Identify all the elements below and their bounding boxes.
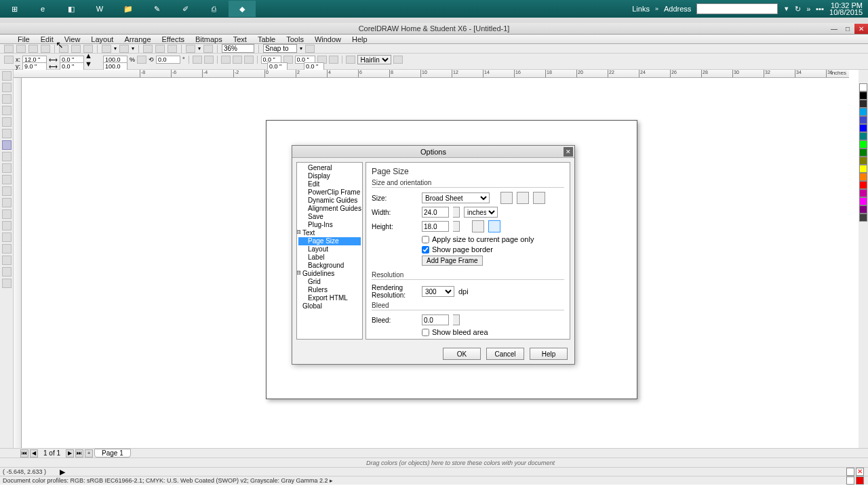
fill-tool-icon[interactable] — [2, 267, 12, 277]
ellipse-tool-icon[interactable] — [2, 152, 12, 161]
text-tool-icon[interactable] — [2, 186, 12, 196]
show-border-checkbox[interactable]: Show page border — [422, 245, 564, 253]
height-input[interactable] — [60, 62, 84, 70]
edit-preset-icon[interactable] — [517, 192, 529, 204]
menu-file[interactable]: File — [12, 35, 35, 43]
export-icon[interactable] — [155, 45, 165, 53]
refresh-icon[interactable] — [393, 56, 403, 64]
options-tree[interactable]: General Display Edit PowerClip Frame Dyn… — [296, 162, 363, 340]
document-palette[interactable]: Drag colors (or objects) here to store t… — [0, 458, 868, 467]
outline-tool-icon[interactable] — [2, 256, 12, 265]
tree-background[interactable]: Background — [298, 262, 361, 270]
color-swatch[interactable] — [859, 92, 867, 100]
fullscreen-icon[interactable] — [203, 45, 213, 53]
tree-save[interactable]: Save — [298, 213, 361, 221]
menu-text[interactable]: Text — [228, 35, 252, 43]
fill-swatch[interactable] — [846, 468, 854, 476]
tree-plugins[interactable]: Plug-Ins — [298, 221, 361, 229]
menu-view[interactable]: View — [59, 35, 86, 43]
options-icon[interactable] — [305, 45, 315, 53]
next-page-button[interactable]: ▶ — [66, 449, 74, 458]
menu-tools[interactable]: Tools — [281, 35, 309, 43]
color-swatch[interactable] — [859, 214, 867, 222]
menu-help[interactable]: Help — [347, 35, 373, 43]
smart-fill-tool-icon[interactable] — [2, 129, 12, 138]
folder-icon[interactable]: 📁 — [115, 1, 142, 17]
nudge2-icon[interactable] — [329, 56, 338, 64]
color-swatch[interactable] — [859, 100, 867, 108]
prev-page-button[interactable]: ◀ — [30, 449, 38, 458]
apply-current-checkbox[interactable]: Apply size to current page only — [422, 235, 564, 243]
menu-bitmaps[interactable]: Bitmaps — [190, 35, 228, 43]
clock[interactable]: 10:32 PM 10/8/2015 — [829, 2, 863, 16]
menu-edit[interactable]: Edit — [35, 35, 59, 43]
size-select[interactable]: Broad Sheet — [422, 192, 490, 203]
print-icon[interactable] — [41, 45, 50, 53]
basic-shapes-tool-icon[interactable] — [2, 175, 12, 184]
table-tool-icon[interactable] — [2, 198, 12, 207]
menu-layout[interactable]: Layout — [85, 35, 119, 43]
zoom-level-input[interactable] — [222, 44, 254, 53]
tree-label[interactable]: Label — [298, 253, 361, 262]
import-icon[interactable] — [143, 45, 153, 53]
add-page-frame-button[interactable]: Add Page Frame — [422, 256, 483, 266]
color-swatch[interactable] — [859, 116, 867, 124]
zoom-tool-icon[interactable] — [2, 106, 12, 115]
corel-task-icon[interactable]: ◆ — [229, 1, 256, 17]
height-input-dlg[interactable] — [422, 221, 449, 232]
tree-guidelines[interactable]: Guidelines — [298, 270, 361, 278]
copy-icon[interactable] — [71, 45, 81, 53]
dup-y-input[interactable] — [267, 62, 288, 70]
mirror-h-icon[interactable] — [193, 56, 202, 64]
color-swatch[interactable] — [859, 140, 867, 148]
color-swatch[interactable] — [859, 197, 867, 205]
tree-grid[interactable]: Grid — [298, 278, 361, 286]
interactive-fill-tool-icon[interactable] — [2, 279, 12, 288]
lock-ratio-icon[interactable] — [137, 56, 146, 64]
help-button[interactable]: Help — [530, 348, 568, 360]
color-swatch[interactable] — [859, 205, 867, 214]
tree-edit[interactable]: Edit — [298, 180, 361, 188]
first-page-button[interactable]: ⏮ — [20, 449, 28, 458]
open-icon[interactable] — [16, 45, 26, 53]
bleed-input[interactable] — [422, 314, 449, 325]
tree-dynamic-guides[interactable]: Dynamic Guides — [298, 197, 361, 205]
minimize-button[interactable]: — — [827, 24, 841, 34]
rotate-input[interactable] — [156, 56, 180, 64]
cancel-button[interactable]: Cancel — [486, 348, 524, 360]
close-button[interactable]: ✕ — [854, 24, 868, 34]
save-icon[interactable] — [28, 45, 38, 53]
dialog-close-button[interactable]: ✕ — [564, 147, 573, 157]
mirror-v-icon[interactable] — [204, 56, 214, 64]
cut-icon[interactable] — [59, 45, 68, 53]
tree-rulers[interactable]: Rulers — [298, 286, 361, 294]
color-swatch[interactable] — [859, 157, 867, 165]
pen-icon[interactable]: ✎ — [143, 1, 170, 17]
task-app1-icon[interactable]: ◧ — [58, 1, 85, 17]
color-swatch[interactable] — [859, 165, 867, 173]
tree-display[interactable]: Display — [298, 172, 361, 180]
pick-tool-icon[interactable] — [2, 71, 12, 81]
menu-table[interactable]: Table — [252, 35, 281, 43]
y-pos-input[interactable] — [22, 62, 47, 70]
tray-icon[interactable]: ▪▪▪ — [816, 5, 824, 13]
start-button[interactable]: ⊞ — [1, 1, 28, 17]
ie-icon[interactable]: e — [29, 1, 56, 17]
menu-arrange[interactable]: Arrange — [119, 35, 156, 43]
color-swatch[interactable] — [859, 124, 867, 132]
bleed-spinner[interactable] — [453, 314, 460, 325]
dup-y2-input[interactable] — [304, 62, 324, 70]
units-icon[interactable] — [4, 56, 14, 64]
eyedropper-tool-icon[interactable] — [2, 244, 12, 253]
tree-page-size[interactable]: Page Size — [298, 237, 361, 245]
new-icon[interactable] — [4, 45, 14, 53]
rectangle-tool-icon[interactable] — [2, 140, 12, 150]
tree-export-html[interactable]: Export HTML — [298, 294, 361, 302]
dimension-tool-icon[interactable] — [2, 209, 12, 219]
polygon-tool-icon[interactable] — [2, 163, 12, 173]
links-label[interactable]: Links — [632, 5, 650, 13]
color-swatch[interactable] — [859, 173, 867, 181]
tree-layout[interactable]: Layout — [298, 245, 361, 253]
scan-icon[interactable]: ⎙ — [200, 1, 227, 17]
color-swatch[interactable] — [859, 181, 867, 189]
